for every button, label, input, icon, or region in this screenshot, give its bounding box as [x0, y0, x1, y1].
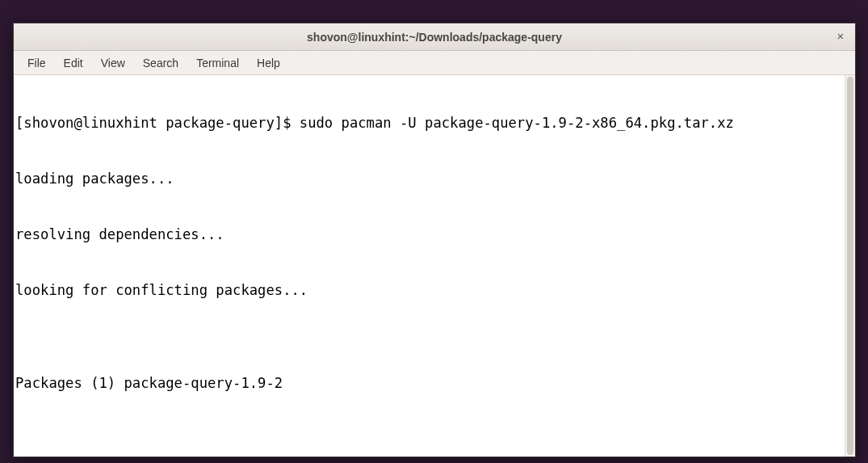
menubar: File Edit View Search Terminal Help — [14, 51, 855, 75]
terminal-window: shovon@linuxhint:~/Downloads/package-que… — [13, 23, 856, 457]
menu-terminal[interactable]: Terminal — [187, 53, 248, 74]
terminal-area[interactable]: [shovon@linuxhint package-query]$ sudo p… — [14, 75, 855, 457]
menu-help[interactable]: Help — [248, 53, 289, 74]
output-line: looking for conflicting packages... — [15, 281, 853, 300]
prompt: [shovon@linuxhint package-query]$ — [15, 115, 300, 131]
menu-view[interactable]: View — [92, 53, 134, 74]
titlebar: shovon@linuxhint:~/Downloads/package-que… — [14, 23, 855, 51]
output-line: Packages (1) package-query-1.9-2 — [15, 374, 853, 393]
scrollbar-thumb[interactable] — [847, 77, 853, 455]
scrollbar[interactable] — [845, 75, 855, 457]
menu-search[interactable]: Search — [134, 53, 187, 74]
menu-edit[interactable]: Edit — [55, 53, 92, 74]
menu-file[interactable]: File — [19, 53, 55, 74]
output-line: resolving dependencies... — [15, 225, 853, 244]
window-title: shovon@linuxhint:~/Downloads/package-que… — [307, 31, 562, 44]
command-text: sudo pacman -U package-query-1.9-2-x86_6… — [300, 115, 734, 131]
close-icon[interactable]: × — [834, 30, 847, 43]
output-line: loading packages... — [15, 170, 853, 188]
